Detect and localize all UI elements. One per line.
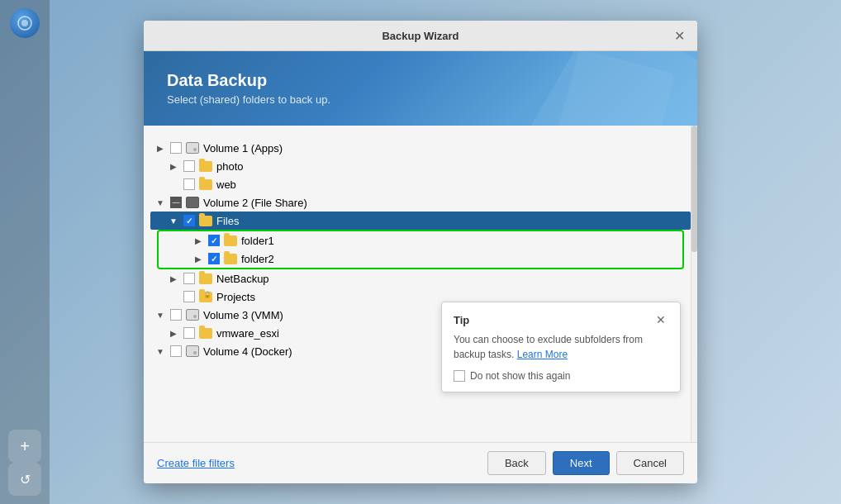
checkbox-web[interactable] <box>183 178 195 190</box>
checkbox-vmware[interactable] <box>183 327 195 339</box>
checkbox-volume1[interactable] <box>170 142 182 154</box>
scrollbar-thumb[interactable] <box>691 126 697 252</box>
back-button[interactable]: Back <box>487 451 546 475</box>
label-web: web <box>216 178 236 191</box>
tree-item-files[interactable]: ▼ Files <box>150 212 691 230</box>
label-volume4: Volume 4 (Docker) <box>203 345 292 358</box>
page-title: Data Backup <box>167 71 674 90</box>
toggle-photo[interactable]: ▶ <box>167 159 180 173</box>
tree-item-web[interactable]: ▶ web <box>150 175 691 193</box>
toggle-netbackup[interactable]: ▶ <box>167 272 180 285</box>
scrollbar-track[interactable] <box>691 126 697 442</box>
folder-icon-files <box>198 214 213 227</box>
checkbox-photo[interactable] <box>183 160 195 172</box>
backup-wizard-dialog: Backup Wizard ✕ Data Backup Select (shar… <box>144 21 697 483</box>
label-folder1: folder1 <box>241 235 274 247</box>
tip-header: Tip ✕ <box>454 312 668 327</box>
desktop: + ↺ Backup Wizard ✕ Data Backup Select (… <box>0 0 841 504</box>
dialog-titlebar: Backup Wizard ✕ <box>144 21 697 51</box>
folder-icon-photo <box>198 159 213 173</box>
page-subtitle: Select (shared) folders to back up. <box>167 93 674 106</box>
toggle-volume4[interactable]: ▼ <box>154 345 167 358</box>
folder-icon-vmware <box>198 326 213 340</box>
label-photo: photo <box>216 160 244 173</box>
toggle-folder1[interactable]: ▶ <box>192 234 205 247</box>
folder-icon-web <box>198 178 213 191</box>
tip-close-button[interactable]: ✕ <box>653 312 668 327</box>
tree-item-volume2[interactable]: ▼ Volume 2 (File Share) <box>150 193 691 212</box>
tip-text: You can choose to exclude subfolders fro… <box>454 332 668 362</box>
checkbox-volume2[interactable] <box>170 197 182 208</box>
checkbox-projects[interactable] <box>183 291 195 302</box>
tree-item-volume1[interactable]: ▶ Volume 1 (Apps) <box>150 139 691 157</box>
hdd-icon-volume3 <box>185 308 200 321</box>
toggle-volume1[interactable]: ▶ <box>154 141 167 155</box>
checkbox-folder2[interactable] <box>208 253 220 264</box>
folder-icon-projects: 🔒 <box>198 290 213 303</box>
toggle-vmware[interactable]: ▶ <box>167 326 180 340</box>
create-file-filters-link[interactable]: Create file filters <box>157 457 235 469</box>
footer-right: Back Next Cancel <box>487 451 684 475</box>
checkbox-volume3[interactable] <box>170 309 182 321</box>
dialog-footer: Create file filters Back Next Cancel <box>144 442 697 483</box>
hdd-icon-volume1 <box>185 141 200 155</box>
tree-item-photo[interactable]: ▶ photo <box>150 157 691 175</box>
checkbox-files[interactable] <box>183 215 195 226</box>
next-button[interactable]: Next <box>553 451 610 475</box>
cancel-button[interactable]: Cancel <box>616 451 684 475</box>
dialog-title: Backup Wizard <box>170 30 671 42</box>
label-vmware: vmware_esxi <box>216 327 279 340</box>
label-folder2: folder2 <box>241 253 274 265</box>
tree-item-folder2[interactable]: ▶ folder2 <box>159 250 682 268</box>
checkbox-netbackup[interactable] <box>183 273 195 284</box>
dialog-header: Data Backup Select (shared) folders to b… <box>144 51 697 126</box>
tip-learn-more-link[interactable]: Learn More <box>517 349 568 360</box>
tree-item-folder1[interactable]: ▶ folder1 <box>159 231 682 250</box>
tree-item-netbackup[interactable]: ▶ NetBackup <box>150 269 691 288</box>
label-volume2: Volume 2 (File Share) <box>203 197 307 209</box>
hdd-icon-volume2 <box>185 196 200 209</box>
toggle-files[interactable]: ▼ <box>167 214 180 227</box>
checkbox-volume4[interactable] <box>170 345 182 357</box>
hdd-icon-volume4 <box>185 345 200 358</box>
tip-title: Tip <box>454 314 469 326</box>
toggle-volume3[interactable]: ▼ <box>154 308 167 321</box>
tip-dont-show-label: Do not show this again <box>470 370 570 382</box>
toggle-folder2[interactable]: ▶ <box>192 252 205 265</box>
tip-checkbox-row: Do not show this again <box>454 370 668 382</box>
label-volume3: Volume 3 (VMM) <box>203 309 283 321</box>
folder-icon-folder1 <box>223 234 238 247</box>
footer-left: Create file filters <box>157 457 235 469</box>
label-netbackup: NetBackup <box>216 273 269 285</box>
toggle-volume2[interactable]: ▼ <box>154 196 167 209</box>
folder-icon-folder2 <box>223 252 238 265</box>
dialog-close-button[interactable]: ✕ <box>671 27 687 44</box>
highlighted-folders-box: ▶ folder1 ▶ <box>157 230 684 269</box>
label-volume1: Volume 1 (Apps) <box>203 142 283 155</box>
dialog-overlay: Backup Wizard ✕ Data Backup Select (shar… <box>0 0 841 504</box>
label-files: Files <box>216 215 239 227</box>
label-projects: Projects <box>216 291 255 303</box>
tip-popup: Tip ✕ You can choose to exclude subfolde… <box>441 302 681 392</box>
folder-icon-netbackup <box>198 272 213 285</box>
dialog-body: ▶ Volume 1 (Apps) ▶ ph <box>144 126 697 442</box>
tip-dont-show-checkbox[interactable] <box>454 370 465 382</box>
checkbox-folder1[interactable] <box>208 235 220 246</box>
